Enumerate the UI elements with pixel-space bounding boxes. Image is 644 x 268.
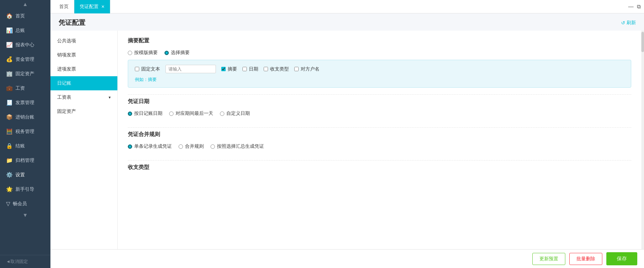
closing-icon: 🔒 [6, 143, 13, 149]
date-label[interactable]: 日期 [242, 66, 258, 72]
member-icon: ▽ [6, 200, 10, 207]
ledger-icon: 📊 [6, 27, 13, 34]
left-nav-journal[interactable]: 日记账 [50, 76, 117, 90]
page-title: 凭证配置 [59, 18, 85, 27]
chevron-down-icon: ▾ [109, 95, 111, 100]
date-checkbox[interactable] [242, 67, 247, 71]
merge-by-selection-radio[interactable] [211, 144, 215, 149]
sidebar-item-assets[interactable]: 🏢 固定资产 [0, 66, 50, 81]
fixed-text-label[interactable]: 固定文本 [135, 66, 160, 72]
summary-mode-template-label[interactable]: 按模版摘要 [128, 50, 158, 56]
income-type-checkbox[interactable] [264, 67, 268, 71]
voucher-date-section: 凭证日期 按日记账日期 对应期间最后一天 自定义日期 [128, 98, 631, 128]
voucher-date-journal-label[interactable]: 按日记账日期 [128, 110, 162, 117]
merge-by-selection-label[interactable]: 按照选择汇总生成凭证 [211, 143, 264, 149]
sidebar-item-member[interactable]: ▽ 畅会员 [0, 196, 50, 211]
left-nav-fixed[interactable]: 固定资产 [50, 104, 117, 119]
sidebar: ▲ 🏠 首页 📊 总账 📈 报表中心 💰 资金管理 🏢 固定资产 💼 工资 🧾 … [0, 0, 50, 268]
sidebar-item-settings[interactable]: ⚙️ 设置 [0, 168, 50, 182]
page-header: 凭证配置 ↺ 刷新 [50, 13, 644, 31]
merge-rules-options: 单条记录生成凭证 合并规则 按照选择汇总生成凭证 [128, 143, 631, 149]
summary-mode-row: 按模版摘要 选择摘要 [128, 50, 631, 56]
reports-icon: 📈 [6, 42, 13, 48]
bottom-bar: 更新预置 批量删除 保存 [50, 249, 644, 268]
guide-icon: 🌟 [6, 186, 13, 192]
left-nav: 公共选项 销项发票 进项发票 日记账 工资表 ▾ 固定资产 [50, 31, 118, 249]
sidebar-scroll-up[interactable]: ▲ [0, 0, 50, 9]
merge-rule-label[interactable]: 合并规则 [179, 143, 204, 149]
tab-close-voucher[interactable]: ✕ [101, 4, 105, 9]
summary-label[interactable]: 摘要 [221, 66, 237, 72]
sidebar-item-tax[interactable]: 🧮 税务管理 [0, 124, 50, 139]
merge-rules-section: 凭证合并规则 单条记录生成凭证 合并规则 按照选择汇总生成凭证 [128, 131, 631, 161]
voucher-date-title: 凭证日期 [128, 98, 631, 105]
voucher-date-last-day-label[interactable]: 对应期间最后一天 [169, 110, 213, 117]
scrollbar-thumb[interactable] [641, 32, 644, 52]
merge-rule-radio[interactable] [179, 144, 183, 149]
sidebar-item-salary[interactable]: 💼 工资 [0, 81, 50, 95]
summary-mode-choose-radio[interactable] [164, 51, 169, 55]
summary-checkbox[interactable] [221, 67, 226, 71]
update-preview-button[interactable]: 更新预置 [532, 253, 565, 265]
right-content: 摘要配置 按模版摘要 选择摘要 固定文本 [118, 31, 641, 249]
sidebar-item-closing[interactable]: 🔒 结账 [0, 139, 50, 153]
window-minimize-button[interactable]: — [628, 4, 634, 10]
purchase-icon: 📦 [6, 114, 13, 120]
batch-delete-button[interactable]: 批量删除 [569, 253, 602, 265]
income-type-title: 收支类型 [128, 164, 631, 171]
left-nav-purchase[interactable]: 进项发票 [50, 62, 117, 76]
sidebar-scroll-down[interactable]: ▼ [0, 211, 50, 220]
left-nav-public[interactable]: 公共选项 [50, 34, 117, 48]
main-area: 首页 凭证配置 ✕ — ⧉ 凭证配置 ↺ 刷新 公共选项 销项发票 进 [50, 0, 644, 268]
summary-config-title: 摘要配置 [128, 37, 631, 44]
summary-mode-choose-label[interactable]: 选择摘要 [164, 50, 190, 56]
assets-icon: 🏢 [6, 71, 13, 77]
invoice-icon: 🧾 [6, 99, 13, 106]
sidebar-item-invoice[interactable]: 🧾 发票管理 [0, 95, 50, 110]
counterpart-checkbox[interactable] [294, 67, 299, 71]
refresh-button[interactable]: ↺ 刷新 [621, 20, 636, 26]
tab-home[interactable]: 首页 [54, 0, 74, 13]
funds-icon: 💰 [6, 56, 13, 62]
merge-single-label[interactable]: 单条记录生成凭证 [128, 143, 172, 149]
voucher-date-custom-label[interactable]: 自定义日期 [220, 110, 250, 117]
summary-config-section: 摘要配置 按模版摘要 选择摘要 固定文本 [128, 37, 631, 95]
archive-icon: 📁 [6, 157, 13, 164]
sidebar-item-funds[interactable]: 💰 资金管理 [0, 52, 50, 66]
voucher-date-last-day-radio[interactable] [169, 111, 174, 116]
sidebar-unpin[interactable]: ◄取消固定 [0, 255, 50, 268]
tax-icon: 🧮 [6, 128, 13, 135]
tab-bar: 首页 凭证配置 ✕ — ⧉ [50, 0, 644, 13]
summary-fields-row: 固定文本 摘要 日期 收支类型 [135, 65, 624, 73]
income-type-section: 收支类型 [128, 164, 631, 183]
voucher-date-options: 按日记账日期 对应期间最后一天 自定义日期 [128, 110, 631, 117]
sidebar-item-home[interactable]: 🏠 首页 [0, 9, 50, 23]
sidebar-item-purchase[interactable]: 📦 进销台账 [0, 110, 50, 124]
income-type-label[interactable]: 收支类型 [264, 66, 289, 72]
scrollbar-track [641, 31, 644, 249]
refresh-icon: ↺ [621, 20, 625, 26]
summary-box: 固定文本 摘要 日期 收支类型 [128, 60, 631, 88]
fixed-text-input[interactable] [165, 65, 216, 73]
salary-icon: 💼 [6, 85, 13, 91]
home-icon: 🏠 [6, 13, 13, 19]
merge-rules-title: 凭证合并规则 [128, 131, 631, 138]
tab-actions: — ⧉ [628, 4, 641, 10]
sidebar-item-guide[interactable]: 🌟 新手引导 [0, 182, 50, 196]
merge-single-radio[interactable] [128, 144, 132, 149]
summary-mode-template-radio[interactable] [128, 51, 132, 55]
left-nav-sales[interactable]: 销项发票 [50, 48, 117, 62]
tab-voucher[interactable]: 凭证配置 ✕ [74, 0, 110, 13]
save-button[interactable]: 保存 [606, 252, 637, 265]
settings-icon: ⚙️ [6, 172, 13, 178]
voucher-date-journal-radio[interactable] [128, 111, 132, 116]
sidebar-item-archive[interactable]: 📁 归档管理 [0, 153, 50, 168]
fixed-text-checkbox[interactable] [135, 67, 139, 71]
counterpart-label[interactable]: 对方户名 [294, 66, 319, 72]
left-nav-salary[interactable]: 工资表 ▾ [50, 90, 117, 104]
summary-example: 例如：摘要 [135, 77, 624, 83]
sidebar-item-reports[interactable]: 📈 报表中心 [0, 38, 50, 52]
sidebar-item-ledger[interactable]: 📊 总账 [0, 23, 50, 38]
window-restore-button[interactable]: ⧉ [637, 4, 641, 10]
voucher-date-custom-radio[interactable] [220, 111, 224, 116]
